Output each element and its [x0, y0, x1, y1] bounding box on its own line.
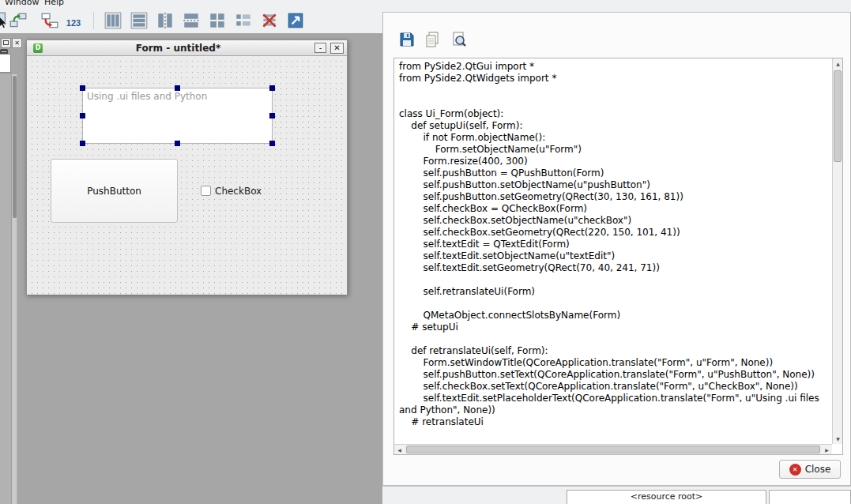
menu-help[interactable]: Help: [44, 0, 64, 7]
checkbox-widget[interactable]: CheckBox: [201, 175, 281, 207]
mdi-workspace: ✕ D Form - untitled* - ✕ Using .ui files…: [0, 33, 383, 504]
copy-button[interactable]: [423, 30, 442, 49]
form-designer-window: D Form - untitled* - ✕ Using .ui files a…: [26, 39, 348, 295]
resource-browser-panel: <resource root>: [382, 486, 851, 504]
horizontal-scrollbar[interactable]: ◀ ▶: [394, 444, 832, 454]
textedit-widget[interactable]: Using .ui files and Python: [82, 88, 273, 144]
layout-vertical-icon: [130, 11, 149, 30]
resize-handle-e[interactable]: [269, 113, 275, 118]
find-icon: [450, 31, 468, 48]
widget-box-scroll-thumb[interactable]: [13, 76, 17, 218]
scroll-right-button[interactable]: ▶: [822, 445, 832, 455]
form-close-button[interactable]: ✕: [330, 43, 344, 54]
layout-horizontal-button[interactable]: [103, 10, 123, 31]
edit-signals-slots-icon: [9, 11, 28, 30]
edit-signals-slots-button[interactable]: [8, 10, 28, 31]
scroll-down-button[interactable]: ▼: [833, 434, 843, 444]
dialog-close-button[interactable]: ✕ Close: [779, 460, 841, 479]
adjust-size-icon: [286, 11, 305, 30]
resource-side-panel[interactable]: [769, 490, 851, 504]
pushbutton-widget[interactable]: PushButton: [51, 159, 178, 223]
close-red-icon: ✕: [789, 464, 801, 476]
checkbox-label: CheckBox: [215, 186, 262, 197]
resize-handle-sw[interactable]: [80, 141, 85, 146]
layout-grid-icon: [208, 11, 227, 30]
scroll-up-button[interactable]: ▲: [833, 58, 843, 69]
resource-root-item[interactable]: <resource root>: [567, 490, 766, 504]
break-layout-button[interactable]: [259, 10, 280, 31]
layout-form-button[interactable]: [233, 10, 254, 31]
edit-tab-order-icon: 123: [64, 18, 83, 28]
float-icon: [3, 40, 9, 45]
menu-window[interactable]: Window: [5, 0, 39, 7]
layout-grid-button[interactable]: [207, 10, 228, 31]
layout-horizontal-splitter-button[interactable]: [155, 10, 175, 31]
resource-root-label: <resource root>: [631, 491, 703, 502]
layout-horizontal-splitter-icon: [156, 11, 175, 30]
vertical-scroll-thumb[interactable]: [834, 70, 842, 162]
dock-close-button[interactable]: ✕: [12, 38, 22, 48]
resize-handle-s[interactable]: [175, 141, 180, 146]
layout-horizontal-icon: [104, 11, 122, 30]
scroll-left-button[interactable]: ◀: [394, 445, 405, 455]
toolbar-separator: [93, 12, 94, 29]
widget-box-panel-edge: [0, 74, 17, 504]
dock-float-button[interactable]: [1, 38, 11, 48]
edit-buddies-button[interactable]: [40, 10, 60, 31]
widget-filter-input[interactable]: [0, 54, 11, 73]
textedit-placeholder: Using .ui files and Python: [87, 91, 207, 102]
layout-vertical-splitter-button[interactable]: [181, 10, 201, 31]
edit-tab-order-button[interactable]: 123: [63, 10, 84, 31]
resize-handle-n[interactable]: [175, 85, 180, 91]
layout-vertical-splitter-icon: [182, 11, 201, 30]
find-button[interactable]: [450, 30, 469, 49]
form-file-icon: D: [33, 43, 43, 53]
menu-bar: Window Help: [0, 0, 851, 7]
code-preview-dialog: from PySide2.QtGui import * from PySide2…: [382, 12, 851, 486]
break-layout-icon: [260, 11, 279, 30]
generated-code[interactable]: from PySide2.QtGui import * from PySide2…: [394, 58, 832, 444]
qt-designer-screen: Window Help 123: [0, 0, 851, 504]
widget-box-scrollbar[interactable]: [11, 74, 17, 504]
resize-handle-se[interactable]: [269, 141, 275, 146]
code-view[interactable]: from PySide2.QtGui import * from PySide2…: [393, 58, 843, 455]
form-window-title: Form - untitled*: [46, 43, 311, 54]
layout-form-icon: [234, 11, 253, 30]
close-label: Close: [805, 464, 831, 475]
form-window-titlebar[interactable]: D Form - untitled* - ✕: [27, 40, 347, 56]
save-button[interactable]: [397, 30, 416, 49]
resize-handle-nw[interactable]: [80, 85, 85, 91]
adjust-size-button[interactable]: [285, 10, 306, 31]
save-icon: [398, 31, 416, 48]
edit-buddies-icon: [40, 11, 59, 30]
resize-handle-w[interactable]: [80, 113, 85, 118]
form-minimize-button[interactable]: -: [314, 43, 326, 53]
copy-icon: [424, 31, 441, 48]
checkbox-indicator[interactable]: [201, 186, 211, 196]
vertical-scrollbar[interactable]: ▲ ▼: [832, 58, 842, 444]
layout-vertical-button[interactable]: [129, 10, 149, 31]
horizontal-scroll-thumb[interactable]: [406, 446, 820, 453]
form-canvas[interactable]: Using .ui files and Python PushButton Ch…: [27, 56, 347, 295]
resize-handle-ne[interactable]: [269, 85, 275, 91]
